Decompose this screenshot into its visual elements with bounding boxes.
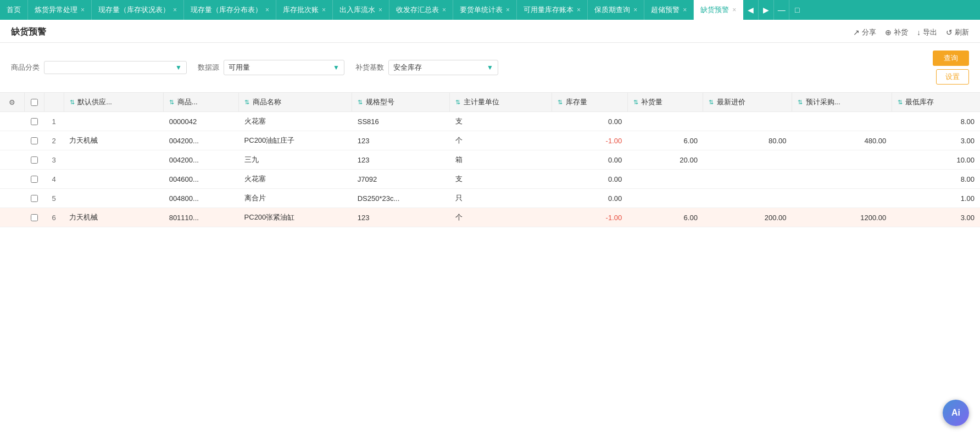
export-button[interactable]: ↓ 导出 (917, 27, 937, 37)
datasource-select[interactable]: 可用量 ▼ (224, 60, 344, 75)
col-supplier-label: 默认供应... (77, 98, 112, 106)
window-maximize[interactable]: □ (789, 0, 805, 20)
tab-chaocun[interactable]: 超储预警 × (644, 0, 694, 20)
row-min-stock: 8.00 (892, 170, 980, 189)
replenish-base-select[interactable]: 安全库存 ▼ (388, 60, 498, 75)
col-unit[interactable]: ⇅ 主计量单位 (450, 93, 552, 112)
tab-label-3: 现存量（库存分布表） (191, 5, 262, 15)
ai-assistant-button[interactable]: Ai (943, 400, 969, 426)
tab-close-11[interactable]: × (732, 6, 736, 14)
select-all-checkbox[interactable] (31, 99, 38, 106)
row-checkbox-cell[interactable] (24, 150, 44, 170)
tab-bar: 首页 炼货异常处理 × 现存量（库存状况表） × 现存量（库存分布表） × 库存… (0, 0, 980, 20)
tab-close-7[interactable]: × (506, 6, 510, 14)
replenish-sort-icon: ⇅ (633, 99, 638, 105)
row-checkbox-cell[interactable] (24, 208, 44, 227)
tab-close-2[interactable]: × (173, 6, 177, 14)
tab-yaohuo[interactable]: 要货单统计表 × (453, 0, 517, 20)
col-num (44, 93, 64, 112)
refresh-button[interactable]: ↺ 刷新 (946, 27, 969, 37)
tab-close-3[interactable]: × (265, 6, 269, 14)
row-spec: SS816 (352, 112, 450, 131)
tab-churu[interactable]: 出入库流水 × (333, 0, 389, 20)
tab-close-4[interactable]: × (322, 6, 326, 14)
share-button[interactable]: ↗ 分享 (853, 27, 876, 37)
row-gear (0, 131, 24, 150)
tab-close-9[interactable]: × (633, 6, 637, 14)
row-checkbox-3[interactable] (31, 176, 38, 183)
col-unit-label: 主计量单位 (464, 98, 499, 106)
row-num: 2 (44, 131, 64, 150)
export-label: 导出 (923, 27, 937, 37)
tab-baozhiqi[interactable]: 保质期查询 × (588, 0, 644, 20)
col-latest-price-label: 最新进价 (717, 98, 745, 106)
replenish-button[interactable]: ⊕ 补货 (885, 27, 908, 37)
unit-sort-icon: ⇅ (455, 99, 460, 105)
tab-close-5[interactable]: × (378, 6, 382, 14)
datasource-label: 数据源 (198, 63, 219, 72)
row-checkbox-cell[interactable] (24, 112, 44, 131)
query-button[interactable]: 查询 (933, 51, 969, 66)
col-latest-price[interactable]: ⇅ 最新进价 (703, 93, 792, 112)
col-min-stock[interactable]: ⇅ 最低库存 (892, 93, 980, 112)
col-checkbox-header[interactable] (24, 93, 44, 112)
tab-keyong[interactable]: 可用量库存账本 × (517, 0, 588, 20)
col-sku[interactable]: ⇅ 商品... (164, 93, 239, 112)
tab-label-home: 首页 (7, 5, 21, 15)
share-icon: ↗ (853, 28, 860, 37)
tab-nav-prev[interactable]: ◀ (743, 0, 759, 20)
row-gear (0, 189, 24, 208)
row-checkbox-5[interactable] (31, 214, 38, 221)
tab-xianzun-kc[interactable]: 现存量（库存状况表） × (92, 0, 184, 20)
tab-home[interactable]: 首页 (0, 0, 28, 20)
tab-xianzun-fb[interactable]: 现存量（库存分布表） × (184, 0, 276, 20)
refresh-label: 刷新 (955, 27, 969, 37)
col-stock-label: 库存量 (566, 98, 587, 106)
category-select[interactable]: ▼ (44, 61, 187, 74)
row-checkbox-2[interactable] (31, 156, 38, 164)
row-checkbox-cell[interactable] (24, 189, 44, 208)
row-checkbox-4[interactable] (31, 195, 38, 202)
row-min-stock: 1.00 (892, 189, 980, 208)
row-checkbox-0[interactable] (31, 118, 38, 125)
tab-close-6[interactable]: × (442, 6, 446, 14)
row-checkbox-cell[interactable] (24, 131, 44, 150)
row-estimated-purchase: 1200.00 (792, 208, 892, 227)
table-row: 4 004600... 火花塞 J7092 支 0.00 8.00 (0, 170, 980, 189)
filter-bar: 商品分类 ▼ 数据源 可用量 ▼ 补货基数 安全库存 ▼ 查询 设置 (0, 43, 980, 92)
tab-close-8[interactable]: × (577, 6, 581, 14)
row-name: PC200油缸庄子 (239, 131, 352, 150)
tab-kucun-pici[interactable]: 库存批次账 × (276, 0, 333, 20)
data-table: ⚙ ⇅ 默认供应... ⇅ 商品... ⇅ (0, 92, 980, 227)
row-gear (0, 170, 24, 189)
row-supplier (64, 112, 164, 131)
tab-quehuo[interactable]: 缺货预警 × (694, 0, 743, 20)
row-num: 3 (44, 150, 64, 170)
row-gear (0, 150, 24, 170)
col-estimated-purchase[interactable]: ⇅ 预计采购... (792, 93, 892, 112)
col-supplier[interactable]: ⇅ 默认供应... (64, 93, 164, 112)
settings-button[interactable]: 设置 (936, 69, 969, 85)
tab-close-10[interactable]: × (683, 6, 687, 14)
col-name[interactable]: ⇅ 商品名称 (239, 93, 352, 112)
col-replenish[interactable]: ⇅ 补货量 (627, 93, 703, 112)
filter-group-category: 商品分类 ▼ (11, 61, 187, 74)
col-spec[interactable]: ⇅ 规格型号 (352, 93, 450, 112)
tab-shouzhi[interactable]: 收发存汇总表 × (389, 0, 453, 20)
row-checkbox-1[interactable] (31, 137, 38, 144)
row-checkbox-cell[interactable] (24, 170, 44, 189)
row-name: PC200张紧油缸 (239, 208, 352, 227)
row-replenish: 6.00 (627, 208, 703, 227)
row-spec: 123 (352, 131, 450, 150)
row-stock: 0.00 (552, 150, 628, 170)
category-dropdown-icon: ▼ (175, 64, 182, 71)
tab-lian-huo[interactable]: 炼货异常处理 × (28, 0, 92, 20)
tab-close-1[interactable]: × (81, 6, 85, 14)
col-gear[interactable]: ⚙ (0, 93, 24, 112)
col-stock[interactable]: ⇅ 库存量 (552, 93, 628, 112)
tab-nav-next[interactable]: ▶ (759, 0, 774, 20)
row-stock: 0.00 (552, 112, 628, 131)
row-min-stock: 3.00 (892, 208, 980, 227)
column-settings-icon[interactable]: ⚙ (9, 98, 15, 107)
window-minimize[interactable]: — (774, 0, 789, 20)
